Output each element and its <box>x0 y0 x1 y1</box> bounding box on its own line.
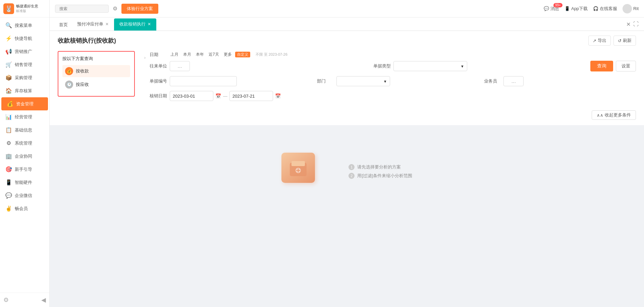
settings-icon[interactable]: ⚙ <box>3 296 9 304</box>
filter-option-label: 按收款 <box>76 68 89 74</box>
sidebar-item-label: 经营管理 <box>15 114 32 120</box>
docno-input[interactable] <box>170 76 237 86</box>
staff-input[interactable]: … <box>503 76 524 86</box>
sidebar-item-finance[interactable]: 💰 资金管理 <box>1 97 48 110</box>
search-icon: 🔍 <box>5 22 12 29</box>
expand-tab-button[interactable]: ⛶ <box>633 21 639 27</box>
service-icon: 🎧 <box>593 6 598 11</box>
receivable-icon: 🕐 <box>65 81 73 89</box>
close-tab-button[interactable]: ✕ <box>626 21 631 27</box>
refresh-button[interactable]: ↺ 刷新 <box>613 36 636 46</box>
purchase-icon: 📦 <box>5 74 12 81</box>
filter-collapse-btn[interactable]: › <box>142 51 148 64</box>
empty-box-icon <box>281 153 315 183</box>
filter-more-row: ∧∧ 收起更多条件 <box>58 110 636 120</box>
svg-rect-1 <box>291 161 305 166</box>
date-7days[interactable]: 近7天 <box>207 51 220 58</box>
settings-gear-icon[interactable]: ⚙ <box>113 5 117 12</box>
operation-icon: 📊 <box>5 114 12 120</box>
doctype-select[interactable]: ▾ <box>393 61 467 71</box>
sidebar-item-label: 智能硬件 <box>15 180 32 186</box>
sidebar-bottom: ⚙ ◀ <box>0 293 49 307</box>
sidebar-item-basic[interactable]: 📋 基础信息 <box>0 123 49 137</box>
filter-option-by-receipt[interactable]: 💰 按收款 <box>62 65 130 77</box>
filter-fields-row-3: 单据编号 部门 ▾ 业务员 … <box>150 76 636 86</box>
collapse-sidebar-btn[interactable]: ◀ <box>41 296 46 304</box>
topbar-left: ⚙ 体验行业方案 <box>55 4 158 14</box>
filter-date-row: 日期 上月 本月 本年 近7天 更多 自定义 不限 至 2023-0 <box>150 51 636 58</box>
sidebar-item-hardware[interactable]: 📱 智能硬件 <box>0 176 49 189</box>
counterpart-input[interactable]: … <box>170 61 190 71</box>
filter-panel: 按以下方案查询 💰 按收款 🕐 按应收 › <box>50 46 644 125</box>
chevron-down-icon: ▾ <box>461 64 464 69</box>
dept-field: 部门 ▾ <box>317 76 469 86</box>
tab-receivable-close-icon[interactable]: ✕ <box>148 22 151 27</box>
sidebar-item-label: 销售管理 <box>15 62 32 68</box>
calendar-start-icon[interactable]: 📅 <box>215 93 221 99</box>
tab-prepay[interactable]: 预付冲应付单 ✕ <box>72 18 114 31</box>
filter-verify-date-row: 核销日期 📅 — 📅 <box>150 91 636 101</box>
staff-field: 业务员 … <box>484 76 636 86</box>
finance-icon: 💰 <box>7 101 13 107</box>
filter-option-by-receivable[interactable]: 🕐 按应收 <box>62 79 130 91</box>
sidebar-item-label: 畅会员 <box>15 206 28 212</box>
filter-option-label: 按应收 <box>76 82 89 88</box>
verify-date-start-input[interactable] <box>170 91 213 101</box>
dept-select[interactable]: ▾ <box>336 76 390 86</box>
online-service-label: 在线客服 <box>600 6 617 12</box>
chevron-up-icon: ∧∧ <box>597 113 603 118</box>
tab-prepay-close-icon[interactable]: ✕ <box>105 22 109 27</box>
sidebar-menu: 🔍 搜索菜单 ⚡ 快捷导航 📢 营销推广 🛒 销售管理 📦 采购管理 🏠 库存核… <box>0 17 49 293</box>
topbar-search-input[interactable] <box>55 5 109 13</box>
counterpart-label: 往来单位 <box>150 63 167 69</box>
sidebar-item-operation[interactable]: 📊 经营管理 <box>0 110 49 123</box>
online-service-button[interactable]: 🎧 在线客服 <box>593 6 617 12</box>
sidebar-item-purchase[interactable]: 📦 采购管理 <box>0 71 49 84</box>
sidebar-item-sales[interactable]: 🛒 销售管理 <box>0 58 49 71</box>
more-conditions-button[interactable]: ∧∧ 收起更多条件 <box>592 110 636 120</box>
tab-home[interactable]: 首页 <box>55 19 72 31</box>
sidebar: 🐰 畅捷通好生意 标准版 🔍 搜索菜单 ⚡ 快捷导航 📢 营销推广 🛒 销售管理… <box>0 0 50 307</box>
sidebar-item-inventory[interactable]: 🏠 库存核算 <box>0 84 49 97</box>
date-this-month[interactable]: 本月 <box>182 51 193 58</box>
refresh-icon: ↺ <box>618 38 622 43</box>
filter-fields: 日期 上月 本月 本年 近7天 更多 自定义 不限 至 2023-0 <box>150 51 636 106</box>
receipt-icon: 💰 <box>65 67 73 75</box>
sidebar-item-label: 企业协同 <box>15 153 32 159</box>
sidebar-item-wechat[interactable]: 💬 企业微信 <box>0 189 49 202</box>
basic-icon: 📋 <box>5 127 12 133</box>
export-button[interactable]: ↗ 导出 <box>588 36 611 46</box>
marketing-icon: 📢 <box>5 48 12 55</box>
tabbar-actions: ✕ ⛶ <box>626 21 639 27</box>
empty-text: 1 请先选择要分析的方案 2 用[过滤]条件来缩小分析范围 <box>348 164 412 182</box>
sidebar-item-marketing[interactable]: 📢 营销推广 <box>0 45 49 58</box>
sidebar-item-label: 新手引导 <box>15 166 32 172</box>
step-1-text: 请先选择要分析的方案 <box>357 164 401 170</box>
empty-step-1: 1 请先选择要分析的方案 <box>348 164 412 170</box>
inventory-icon: 🏠 <box>5 88 12 94</box>
date-this-year[interactable]: 本年 <box>195 51 205 58</box>
logo-icon: 🐰 <box>3 3 14 14</box>
calendar-end-icon[interactable]: 📅 <box>275 93 281 99</box>
tab-receivable[interactable]: 收款核销执行 ✕ <box>114 18 156 31</box>
settings-button[interactable]: 设置 <box>616 61 636 71</box>
verify-date-input-group: 📅 — 📅 <box>170 91 281 101</box>
verify-date-end-input[interactable] <box>229 91 273 101</box>
sidebar-item-guide[interactable]: 🎯 新手引导 <box>0 163 49 176</box>
sidebar-item-label: 系统管理 <box>15 140 32 146</box>
user-profile[interactable]: Rit <box>623 4 639 13</box>
date-custom-badge[interactable]: 自定义 <box>235 52 250 57</box>
app-download-button[interactable]: 📱 App下载 <box>565 6 588 12</box>
sidebar-item-quick[interactable]: ⚡ 快捷导航 <box>0 32 49 45</box>
sidebar-item-enterprise[interactable]: 🏢 企业协同 <box>0 150 49 163</box>
industry-solution-button[interactable]: 体验行业方案 <box>121 4 158 14</box>
docno-label: 单据编号 <box>150 78 167 84</box>
date-last-month[interactable]: 上月 <box>169 51 180 58</box>
sidebar-item-search[interactable]: 🔍 搜索菜单 <box>0 19 49 32</box>
query-button[interactable]: 查询 <box>590 61 613 71</box>
message-button[interactable]: 💬 消息 99+ <box>544 6 559 12</box>
date-more[interactable]: 更多 <box>222 51 233 58</box>
sidebar-item-member[interactable]: ✌ 畅会员 <box>0 202 49 215</box>
sidebar-item-system[interactable]: ⚙ 系统管理 <box>0 137 49 150</box>
enterprise-icon: 🏢 <box>5 153 12 159</box>
